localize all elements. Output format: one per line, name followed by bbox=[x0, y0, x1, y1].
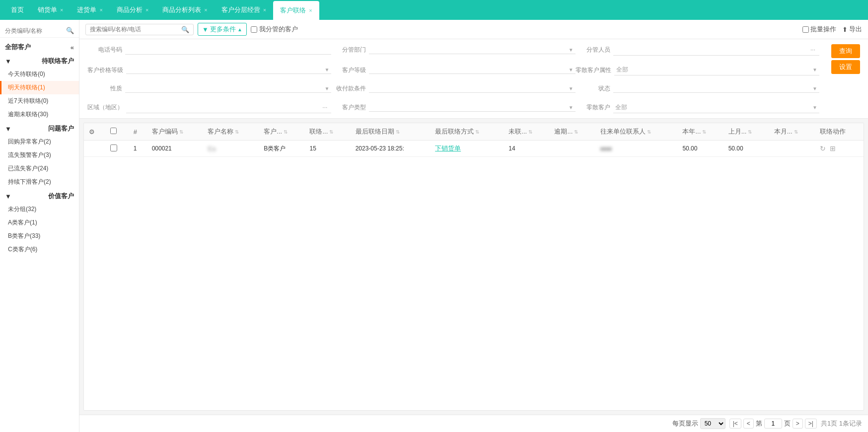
sort-icon-overdue[interactable]: ⇅ bbox=[574, 129, 578, 135]
sidebar-item-0-1[interactable]: 明天待联络(1) bbox=[0, 81, 79, 94]
th-this_year[interactable]: 本年...⇅ bbox=[677, 123, 723, 141]
batch-op-checkbox[interactable] bbox=[802, 26, 809, 33]
nav-item-首页[interactable]: 首页 bbox=[4, 0, 31, 20]
select-all-checkbox[interactable] bbox=[110, 128, 117, 134]
page-size-dropdown[interactable]: 102050100 bbox=[700, 418, 725, 429]
filter-select-3-2[interactable]: 全部▼ bbox=[613, 102, 819, 113]
last-method-link-0[interactable]: 下销货单 bbox=[435, 144, 461, 152]
more-dots-icon[interactable]: ··· bbox=[320, 103, 329, 112]
sort-icon-this_year[interactable]: ⇅ bbox=[702, 129, 706, 135]
nav-item-客户分层经营[interactable]: 客户分层经营× bbox=[215, 0, 273, 20]
my-customers-checkbox[interactable] bbox=[251, 26, 257, 33]
action-qr-icon-0[interactable]: ⊞ bbox=[830, 144, 836, 152]
sidebar-item-2-3[interactable]: C类客户(6) bbox=[0, 243, 79, 256]
filter-cell-1-0: 客户价格等级▼ bbox=[87, 66, 331, 74]
sort-icon-name[interactable]: ⇅ bbox=[235, 129, 239, 135]
filter-select-2-2[interactable]: ▼ bbox=[613, 85, 819, 93]
th-this_month[interactable]: 本月...⇅ bbox=[769, 123, 815, 141]
filter-cell-0-0: 电话号码 bbox=[87, 45, 331, 55]
filter-select-1-2[interactable]: 全部▼ bbox=[614, 65, 819, 75]
search-input[interactable] bbox=[90, 26, 179, 33]
th-code[interactable]: 客户编码⇅ bbox=[147, 123, 203, 141]
sidebar-search-input[interactable] bbox=[5, 27, 64, 34]
more-dots-icon[interactable]: ··· bbox=[808, 45, 817, 54]
first-page-btn[interactable]: |< bbox=[729, 419, 741, 429]
filter-cell-2-2: 状态▼ bbox=[576, 84, 819, 93]
filter-input-0-0[interactable] bbox=[125, 45, 331, 55]
batch-op-btn[interactable]: 批量操作 bbox=[802, 25, 836, 34]
sidebar-group-title-0[interactable]: ▼ 待联络客户 bbox=[0, 54, 79, 68]
sidebar-item-1-0[interactable]: 回购异常客户(2) bbox=[0, 135, 79, 148]
sort-icon-contact[interactable]: ⇅ bbox=[329, 129, 333, 135]
th-type[interactable]: 客户...⇅ bbox=[259, 123, 304, 141]
td-unit_contact-0: ■■■ bbox=[595, 141, 678, 157]
nav-item-商品分析列表[interactable]: 商品分析列表× bbox=[155, 0, 214, 20]
sidebar-item-0-2[interactable]: 近7天待联络(0) bbox=[0, 94, 79, 108]
unit-contact-0: ■■■ bbox=[600, 145, 612, 152]
sidebar-item-0-3[interactable]: 逾期未联络(30) bbox=[0, 108, 79, 121]
last-page-btn[interactable]: >| bbox=[805, 419, 817, 429]
query-button[interactable]: 查询 bbox=[831, 44, 860, 58]
sidebar-item-2-2[interactable]: B类客户(33) bbox=[0, 229, 79, 243]
sort-icon-last_method[interactable]: ⇅ bbox=[475, 129, 479, 135]
action-refresh-icon-0[interactable]: ↻ bbox=[820, 144, 826, 152]
sort-icon-type[interactable]: ⇅ bbox=[284, 129, 288, 135]
my-customers-label[interactable]: 我分管的客户 bbox=[251, 25, 298, 34]
data-table: ⚙#客户编码⇅客户名称⇅客户...⇅联络...⇅最后联络日期⇅最后联络方式⇅未联… bbox=[84, 123, 864, 157]
export-btn[interactable]: ⬆ 导出 bbox=[842, 25, 862, 34]
close-icon[interactable]: × bbox=[145, 7, 148, 13]
sidebar-group-title-2[interactable]: ▼ 价值客户 bbox=[0, 189, 79, 203]
search-icon[interactable]: 🔍 bbox=[181, 26, 189, 33]
nav-item-销货单[interactable]: 销货单× bbox=[31, 0, 70, 20]
sort-icon-code[interactable]: ⇅ bbox=[179, 129, 183, 135]
next-page-btn[interactable]: > bbox=[793, 419, 803, 429]
sidebar-group-title-1[interactable]: ▼ 问题客户 bbox=[0, 121, 79, 135]
close-icon[interactable]: × bbox=[204, 7, 207, 13]
filter-select-1-0[interactable]: ▼ bbox=[126, 66, 331, 74]
nav-item-客户联络[interactable]: 客户联络× bbox=[273, 1, 319, 20]
sidebar-item-2-0[interactable]: 未分组(32) bbox=[0, 203, 79, 216]
filter-select-1-1[interactable]: ▼ bbox=[369, 66, 575, 74]
all-customers-header[interactable]: 全部客户 « bbox=[0, 40, 79, 54]
prev-page-btn[interactable]: < bbox=[743, 419, 754, 429]
sort-icon-unit_contact[interactable]: ⇅ bbox=[647, 129, 651, 135]
sort-icon-last_date[interactable]: ⇅ bbox=[396, 129, 400, 135]
th-last_date[interactable]: 最后联络日期⇅ bbox=[351, 123, 430, 141]
th-last_month[interactable]: 上月...⇅ bbox=[723, 123, 769, 141]
filter-select-2-0[interactable]: ▼ bbox=[125, 85, 331, 93]
th-name[interactable]: 客户名称⇅ bbox=[203, 123, 259, 141]
filter-more-0-2[interactable]: ··· bbox=[613, 44, 819, 56]
sidebar-item-1-2[interactable]: 已流失客户(24) bbox=[0, 162, 79, 175]
sidebar-item-1-3[interactable]: 持续下滑客户(2) bbox=[0, 175, 79, 189]
nav-item-进货单[interactable]: 进货单× bbox=[70, 0, 109, 20]
th-unit_contact[interactable]: 往来单位联系人⇅ bbox=[595, 123, 678, 141]
setting-button[interactable]: 设置 bbox=[831, 60, 860, 74]
gear-icon[interactable]: ⚙ bbox=[89, 128, 95, 136]
filter-select-2-1[interactable]: ▼ bbox=[369, 85, 575, 93]
sidebar-item-2-1[interactable]: A类客户(1) bbox=[0, 216, 79, 229]
nav-item-商品分析[interactable]: 商品分析× bbox=[110, 0, 155, 20]
filter-btn[interactable]: ▼ 更多条件 ▲ bbox=[198, 23, 247, 36]
td-not_linked-0: 14 bbox=[504, 141, 549, 157]
close-icon[interactable]: × bbox=[99, 7, 102, 13]
sidebar-search-icon[interactable]: 🔍 bbox=[66, 27, 74, 34]
th-not_linked[interactable]: 未联...⇅ bbox=[504, 123, 549, 141]
row-checkbox-0[interactable] bbox=[110, 144, 117, 151]
sort-icon-last_month[interactable]: ⇅ bbox=[748, 129, 752, 135]
filter-label-2-0: 性质 bbox=[87, 84, 122, 93]
filter-select-0-1[interactable]: ▼ bbox=[369, 46, 575, 54]
close-icon[interactable]: × bbox=[309, 7, 312, 13]
page-input[interactable] bbox=[764, 419, 782, 429]
filter-select-3-1[interactable]: ▼ bbox=[369, 104, 575, 112]
sidebar-item-1-1[interactable]: 流失预警客户(3) bbox=[0, 148, 79, 162]
sort-icon-not_linked[interactable]: ⇅ bbox=[528, 129, 532, 135]
sidebar-item-0-0[interactable]: 今天待联络(0) bbox=[0, 68, 79, 81]
filter-more-3-0[interactable]: ··· bbox=[126, 102, 331, 113]
th-contact[interactable]: 联络...⇅ bbox=[304, 123, 350, 141]
collapse-icon[interactable]: « bbox=[71, 44, 74, 51]
sort-icon-this_month[interactable]: ⇅ bbox=[794, 129, 798, 135]
th-overdue[interactable]: 逾期...⇅ bbox=[549, 123, 595, 141]
close-icon[interactable]: × bbox=[263, 7, 266, 13]
th-last_method[interactable]: 最后联络方式⇅ bbox=[430, 123, 504, 141]
close-icon[interactable]: × bbox=[60, 7, 63, 13]
